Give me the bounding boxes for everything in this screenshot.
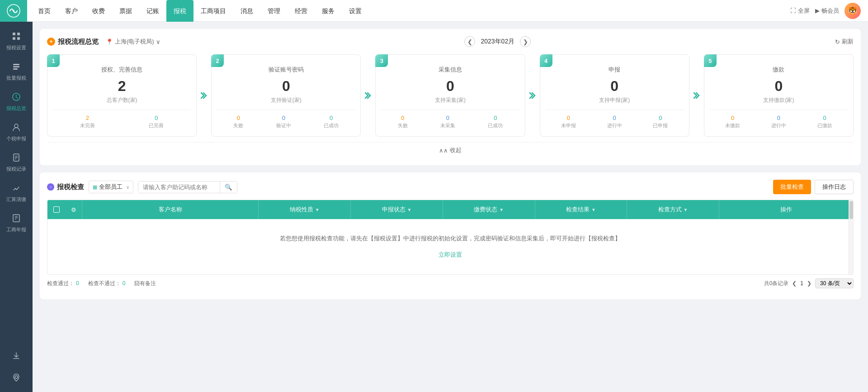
sidebar-item-settlement[interactable]: 汇算清缴: [0, 177, 33, 207]
nav-tax[interactable]: 报税: [166, 0, 193, 22]
step-stat-3-1: 0 未采集: [440, 115, 455, 129]
tax-check-panel: ○ 报税检查 ▦ 全部员工 ∨ 🔍 批量检查 操作日志: [40, 172, 861, 299]
step-arrow-2: [361, 54, 375, 137]
setup-link[interactable]: 立即设置: [439, 251, 462, 258]
step-stat-4-0: 0 未申报: [561, 115, 576, 129]
th-check-method[interactable]: 检查方式 ▼: [627, 200, 719, 219]
step-title-3: 采集信息: [381, 66, 519, 74]
empty-message: 若您想使用报税检查功能，请先在【报税设置】中进行报税的初始化设置，完成密码验证和…: [266, 219, 634, 274]
fail-count-link[interactable]: 0: [123, 280, 126, 287]
step-stats-4: 0 未申报 0 进行中 0 已申报: [546, 110, 684, 129]
header-checkbox[interactable]: [53, 206, 60, 213]
nav-operation[interactable]: 经营: [288, 0, 315, 22]
scrollbar[interactable]: [849, 200, 853, 274]
sidebar-item-tax-record[interactable]: 报税记录: [0, 147, 33, 177]
tax-record-icon: [10, 151, 23, 164]
settings-icon: ⚙: [71, 206, 76, 213]
step-card-5: 5 缴款 0 支持缴款(家) 0 未缴款 0 进行中 0 已缴款: [704, 54, 854, 137]
th-check-result[interactable]: 检查结果 ▼: [535, 200, 627, 219]
th-checkbox[interactable]: [47, 200, 66, 219]
check-actions: 批量检查 操作日志: [773, 180, 854, 194]
location-tag[interactable]: 📍 上海(电子税局) ∨: [106, 38, 160, 46]
nav-bookkeeping[interactable]: 记账: [139, 0, 166, 22]
prev-month-btn[interactable]: ❮: [464, 36, 475, 47]
sidebar-item-annual-report[interactable]: 工商年报: [0, 207, 33, 238]
sidebar-item-individual-tax[interactable]: 个税申报: [0, 116, 33, 147]
tax-check-table: ⚙ 客户名称 纳税性质 ▼ 申报状态 ▼ 缴费状态 ▼ 检查结果 ▼: [47, 200, 854, 275]
search-input[interactable]: [138, 182, 220, 193]
sidebar-bottom-location[interactable]: [0, 367, 33, 388]
th-declaration-status[interactable]: 申报状态 ▼: [350, 200, 443, 219]
th-tax-nature[interactable]: 纳税性质 ▼: [258, 200, 350, 219]
collapse-btn[interactable]: ∧∧ 收起: [47, 143, 854, 158]
filter-icon-2: ▼: [407, 207, 412, 212]
nav-invoice[interactable]: 票据: [112, 0, 139, 22]
svg-point-20: [15, 376, 18, 378]
sidebar-item-tax-settings[interactable]: 报税设置: [0, 25, 33, 56]
refresh-btn[interactable]: ↻ 刷新: [835, 38, 854, 46]
step-card-1: 1 授权、完善信息 2 总客户数(家) 2 未完善 0 已完善: [47, 54, 197, 137]
location-icon: [10, 371, 23, 384]
svg-rect-5: [17, 37, 20, 40]
nav-service[interactable]: 服务: [315, 0, 342, 22]
nav-management[interactable]: 管理: [260, 0, 288, 22]
scrollbar-thumb[interactable]: [849, 201, 853, 219]
step-card-4: 4 申报 0 支持申报(家) 0 未申报 0 进行中 0 已申报: [540, 54, 689, 137]
svg-rect-4: [17, 33, 20, 35]
fail-stat: 检查不通过： 0: [88, 280, 126, 287]
step-stat-4-1: 0 进行中: [607, 115, 622, 129]
svg-rect-2: [13, 33, 15, 35]
nav-settings[interactable]: 设置: [342, 0, 369, 22]
avatar[interactable]: 🐯: [844, 3, 861, 19]
th-payment-status[interactable]: 缴费状态 ▼: [443, 200, 535, 219]
step-num-4: 4: [540, 54, 552, 67]
next-month-btn[interactable]: ❯: [520, 36, 531, 47]
batch-check-button[interactable]: 批量检查: [773, 180, 811, 194]
th-operation: 操作: [719, 200, 853, 219]
annual-report-icon: [10, 212, 23, 225]
step-title-2: 验证账号密码: [217, 66, 355, 74]
tax-settings-icon: [10, 30, 23, 43]
member-btn[interactable]: ▶ 畅会员: [815, 7, 839, 15]
nav-message[interactable]: 消息: [233, 0, 260, 22]
th-customer-name: 客户名称: [82, 200, 258, 219]
top-nav-items: 首页 客户 收费 票据 记账 报税 工商项目 消息 管理 经营 服务 设置: [31, 0, 790, 22]
filter-icon-1: ▼: [315, 207, 320, 212]
sidebar-item-tax-overview[interactable]: 报税总览: [0, 86, 33, 116]
th-settings[interactable]: ⚙: [66, 200, 82, 219]
nav-business[interactable]: 工商项目: [193, 0, 233, 22]
search-box: 🔍: [138, 181, 237, 193]
next-page-btn[interactable]: ❯: [807, 280, 811, 287]
step-num-3: 3: [375, 54, 388, 67]
batch-tax-icon: [10, 60, 23, 73]
pass-count-link[interactable]: 0: [76, 280, 79, 287]
employee-filter-dropdown[interactable]: ▦ 全部员工 ∨: [89, 181, 133, 193]
filter-icon-3: ▼: [499, 207, 504, 212]
step-num-5: 5: [704, 54, 717, 67]
step-stats-1: 2 未完善 0 已完善: [53, 110, 191, 129]
nav-customer[interactable]: 客户: [58, 0, 85, 22]
sidebar-bottom-download[interactable]: [0, 345, 33, 367]
step-card-3: 3 采集信息 0 支持采集(家) 0 失败 0 未采集 0 已成功: [375, 54, 525, 137]
search-button[interactable]: 🔍: [220, 182, 237, 193]
table-body: 若您想使用报税检查功能，请先在【报税设置】中进行报税的初始化设置，完成密码验证和…: [47, 219, 853, 274]
step-num-1: 1: [47, 54, 60, 67]
step-arrow-4: [689, 54, 704, 137]
svg-rect-15: [13, 215, 19, 222]
step-stats-5: 0 未缴款 0 进行中 0 已缴款: [710, 110, 848, 129]
step-stat-1-1: 0 已完善: [149, 115, 164, 129]
step-stat-3-0: 0 失败: [398, 115, 408, 129]
steps-container: 1 授权、完善信息 2 总客户数(家) 2 未完善 0 已完善: [47, 54, 854, 137]
step-count-4: 0: [546, 77, 684, 95]
svg-point-10: [14, 124, 18, 128]
per-page-select[interactable]: 30 条/页50 条/页100 条/页: [815, 278, 854, 288]
operation-log-button[interactable]: 操作日志: [815, 180, 854, 194]
table-header: ⚙ 客户名称 纳税性质 ▼ 申报状态 ▼ 缴费状态 ▼ 检查结果 ▼: [47, 200, 853, 219]
sidebar-item-batch-tax[interactable]: 批量报税: [0, 56, 33, 86]
fullscreen-btn[interactable]: ⛶ 全屏: [790, 7, 810, 15]
step-stat-5-2: 0 已缴款: [817, 115, 832, 129]
nav-fee[interactable]: 收费: [85, 0, 112, 22]
prev-page-btn[interactable]: ❮: [792, 280, 797, 287]
nav-home[interactable]: 首页: [31, 0, 58, 22]
step-card-2: 2 验证账号密码 0 支持验证(家) 0 失败 0 验证中 0 已成功: [211, 54, 361, 137]
